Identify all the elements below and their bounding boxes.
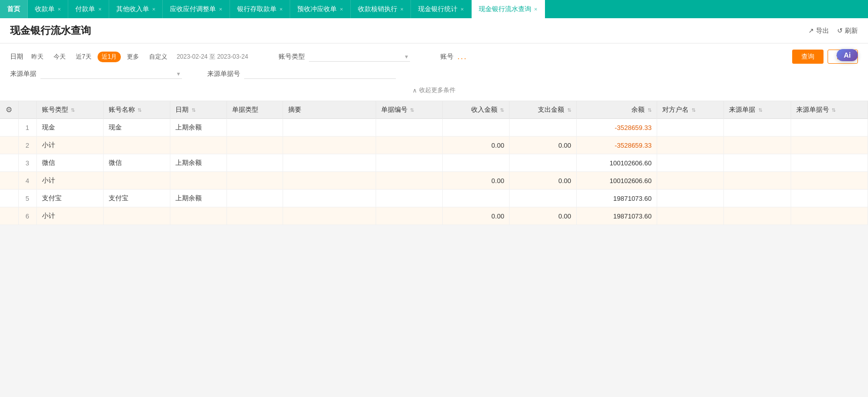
filter-area: 日期 昨天 今天 近7天 近1月 更多 自定义 2023-02-24 至 202… [0,43,868,101]
col-account-name[interactable]: 账号名称 ⇅ [103,101,170,119]
table-row[interactable]: 6 小计 0.00 0.00 19871073.60 [0,207,868,225]
cell-account-name [103,137,170,154]
close-payment-icon[interactable]: × [98,6,101,12]
date-7days[interactable]: 近7天 [72,52,96,62]
cell-num: 6 [18,207,36,225]
data-table: ⚙ 账号类型 ⇅ 账号名称 ⇅ 日期 ⇅ 单据类型 摘要 单据编号 ⇅ 收入金额… [0,101,868,225]
cell-num: 5 [18,190,36,207]
nav-bank-deposit[interactable]: 银行存取款单 × [230,0,290,18]
sort-expense-icon: ⇅ [567,107,571,113]
page-header: 现金银行流水查询 ↗ 导出 ↺ 刷新 [0,18,868,43]
nav-prepaid-offset[interactable]: 预收冲应收单 × [290,0,350,18]
date-label: 日期 [10,52,23,61]
table-container: ⚙ 账号类型 ⇅ 账号名称 ⇅ 日期 ⇅ 单据类型 摘要 单据编号 ⇅ 收入金额… [0,101,868,225]
cell-settings [0,172,18,190]
collapse-up-icon: ∧ [413,87,417,94]
table-row[interactable]: 4 小计 0.00 0.00 100102606.60 [0,172,868,190]
nav-home[interactable]: 首页 [0,0,28,18]
table-row[interactable]: 5 支付宝 支付宝 上期余额 19871073.60 [0,190,868,207]
ai-button[interactable]: Ai [837,49,858,61]
cell-expense: 0.00 [510,207,576,225]
table-row[interactable]: 3 微信 微信 上期余额 100102606.60 [0,154,868,172]
account-type-label: 账号类型 [279,52,305,61]
cell-settings [0,154,18,172]
account-type-filter-group: 账号类型 [279,52,410,62]
cell-account-name: 现金 [103,119,170,137]
cell-counterparty [657,190,723,207]
nav-receipt-verify[interactable]: 收款核销执行 × [351,0,411,18]
nav-cash-flow[interactable]: 现金银行流水查询 × [472,0,545,18]
col-expense[interactable]: 支出金额 ⇅ [510,101,576,119]
cell-num: 4 [18,172,36,190]
cell-balance: 19871073.60 [576,207,657,225]
account-type-select-wrapper [309,52,410,62]
col-balance[interactable]: 余额 ⇅ [576,101,657,119]
sort-date-icon: ⇅ [192,107,196,113]
nav-other-income[interactable]: 其他收入单 × [109,0,163,18]
cell-doc-type [226,190,283,207]
query-button[interactable]: 查询 [792,50,824,64]
source-doc-select[interactable] [40,69,182,79]
cell-doc-type [226,154,283,172]
export-button[interactable]: ↗ 导出 [808,26,829,35]
date-custom[interactable]: 自定义 [145,52,171,62]
close-flow-icon[interactable]: × [534,6,537,12]
source-doc-no-filter-group: 来源单据号 [207,69,396,79]
date-more[interactable]: 更多 [123,52,143,62]
cell-source-doc-no [791,137,867,154]
cell-balance: 100102606.60 [576,154,657,172]
close-prepaid-icon[interactable]: × [340,6,343,12]
col-source-doc-no[interactable]: 来源单据号 ⇅ [791,101,867,119]
account-dots-button[interactable]: ... [458,52,467,61]
cell-doc-type [226,119,283,137]
refresh-button[interactable]: ↺ 刷新 [837,26,858,35]
date-1month[interactable]: 近1月 [98,52,121,62]
cell-date: 上期余额 [170,119,227,137]
cell-date [170,207,227,225]
cell-date [170,172,227,190]
close-other-income-icon[interactable]: × [152,6,155,12]
close-bank-icon[interactable]: × [280,6,283,12]
sort-source-doc-icon: ⇅ [758,107,762,113]
nav-cash-stat[interactable]: 现金银行统计 × [411,0,471,18]
col-counterparty[interactable]: 对方户名 ⇅ [657,101,723,119]
cell-expense [510,154,576,172]
close-stat-icon[interactable]: × [461,6,464,12]
col-source-doc[interactable]: 来源单据 ⇅ [724,101,791,119]
cell-source-doc-no [791,154,867,172]
col-income[interactable]: 收入金额 ⇅ [443,101,510,119]
cell-settings [0,119,18,137]
nav-receipt[interactable]: 收款单 × [28,0,68,18]
account-type-select[interactable] [309,52,410,62]
source-doc-no-label: 来源单据号 [207,69,240,78]
cell-account-type: 现金 [36,119,103,137]
cell-income [443,119,510,137]
source-doc-no-input[interactable] [244,69,396,79]
nav-ar-ap-adjust[interactable]: 应收应付调整单 × [163,0,230,18]
table-row[interactable]: 1 现金 现金 上期余额 -3528659.33 [0,119,868,137]
collapse-bar[interactable]: ∧ 收起更多条件 [10,84,858,97]
cell-doc-type [226,137,283,154]
cell-income [443,190,510,207]
cell-account-type: 小计 [36,137,103,154]
close-verify-icon[interactable]: × [400,6,403,12]
cell-expense [510,190,576,207]
table-row[interactable]: 2 小计 0.00 0.00 -3528659.33 [0,137,868,154]
date-yesterday[interactable]: 昨天 [27,52,48,62]
col-date[interactable]: 日期 ⇅ [170,101,227,119]
table-settings-icon[interactable]: ⚙ [6,105,12,114]
refresh-icon: ↺ [837,27,843,34]
date-today[interactable]: 今天 [50,52,70,62]
sort-source-doc-no-icon: ⇅ [832,107,836,113]
close-receipt-icon[interactable]: × [58,6,61,12]
cell-counterparty [657,207,723,225]
col-doc-no[interactable]: 单据编号 ⇅ [376,101,442,119]
cell-account-type: 小计 [36,172,103,190]
cell-counterparty [657,154,723,172]
col-num [18,101,36,119]
cell-balance: 100102606.60 [576,172,657,190]
close-ar-ap-icon[interactable]: × [219,6,222,12]
col-account-type[interactable]: 账号类型 ⇅ [36,101,103,119]
nav-payment[interactable]: 付款单 × [68,0,109,18]
cell-balance: 19871073.60 [576,190,657,207]
